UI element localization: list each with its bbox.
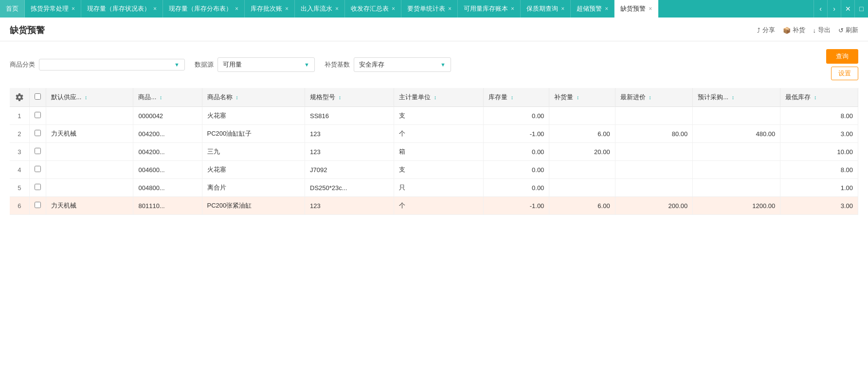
row-number-3: 3 [10,143,29,161]
tab-prev-button[interactable]: ‹ [814,0,827,18]
tab-inventory-status[interactable]: 现存量（库存状况表）× [81,0,163,18]
sort-spec-icon[interactable]: ↕ [339,94,342,100]
refresh-label: 刷新 [846,26,858,35]
row-checkbox-6[interactable] [29,197,46,215]
replenish-base-select[interactable]: 安全库存 ▼ [354,57,451,72]
tab-expiry-query[interactable]: 保质期查询× [521,0,571,18]
row-checkbox-3[interactable] [29,143,46,161]
filter-area: 商品分类 ▼ 数据源 可用量 ▼ 补货基数 安全库存 ▼ 查询 设置 [0,41,868,88]
datasource-select[interactable]: 可用量 ▼ [217,57,315,72]
table-row[interactable]: 5 004800... 离合片 DS250*23c... 只 0.00 1.00 [10,179,858,197]
select-all-checkbox[interactable] [35,93,41,100]
column-product-name: 商品名称 ↕ [202,88,305,107]
row-replenish-1 [549,107,615,125]
sort-min-stock-icon[interactable]: ↕ [814,94,817,100]
table-row[interactable]: 4 004600... 火花塞 J7092 支 0.00 8.00 [10,161,858,179]
tab-label-overstock: 超储预警 [577,4,602,13]
tab-inout-flow[interactable]: 出入库流水× [295,0,345,18]
tab-order-stats[interactable]: 要货单统计表× [401,0,458,18]
tab-label-inventory-status: 现存量（库存状况表） [87,4,150,13]
column-est-purchase: 预计采购... ↕ [693,88,780,107]
tab-close-inout-flow[interactable]: × [335,5,339,12]
replenish-button[interactable]: 📦 补货 [783,26,805,35]
refresh-button[interactable]: ↺ 刷新 [838,26,858,35]
tab-close-inventory-dist[interactable]: × [235,5,238,12]
row-checkbox-2[interactable] [29,125,46,143]
row-checkbox-5[interactable] [29,179,46,197]
tab-inventory-dist[interactable]: 现存量（库存分布表）× [163,0,245,18]
sort-product-name-icon[interactable]: ↕ [235,94,238,100]
row-est-purchase-1 [693,107,780,125]
tab-shortage[interactable]: 缺货预警× [615,0,658,18]
sort-stock-icon[interactable]: ↕ [511,94,514,100]
row-number-5: 5 [10,179,29,197]
column-checkbox[interactable] [29,88,46,107]
sort-replenish-icon[interactable]: ↕ [577,94,579,100]
row-min-stock-2: 3.00 [780,125,858,143]
tab-label-expiry-query: 保质期查询 [526,4,558,13]
row-stock-3: 0.00 [484,143,549,161]
row-product-name-3: 三九 [202,143,305,161]
table-row[interactable]: 2 力天机械 004200... PC200油缸缸子 123 个 -1.00 6… [10,125,858,143]
row-stock-4: 0.00 [484,161,549,179]
settings-button[interactable]: 设置 [831,67,858,80]
tab-close-expiry-query[interactable]: × [561,5,564,12]
export-button[interactable]: ↓ 导出 [813,26,831,35]
query-button[interactable]: 查询 [826,49,858,64]
tab-close-batch-account[interactable]: × [285,5,289,12]
tab-label-home: 首页 [6,4,18,13]
sort-est-purchase-icon[interactable]: ↕ [732,94,735,100]
row-checkbox-1[interactable] [29,107,46,125]
sort-unit-icon[interactable]: ↕ [434,94,437,100]
tab-overstock[interactable]: 超储预警× [571,0,615,18]
column-product-code: 商品... ↕ [133,88,202,107]
table-container: 默认供应... ↕ 商品... ↕ 商品名称 ↕ 规格型号 ↕ [0,88,868,215]
column-gear[interactable] [10,88,29,107]
tab-next-button[interactable]: › [827,0,841,18]
row-replenish-3: 20.00 [549,143,615,161]
tab-close-order-stats[interactable]: × [448,5,452,12]
tab-home[interactable]: 首页 [0,0,25,18]
tab-abnormal[interactable]: 拣货异常处理× [25,0,81,18]
window-close-button[interactable]: ✕ [841,0,854,18]
replenish-label: 补货 [793,26,805,35]
replenish-base-select-value: 安全库存 [359,60,384,69]
tab-receive-summary[interactable]: 收发存汇总表× [345,0,401,18]
column-product-code-label: 商品... [138,93,156,101]
row-latest-price-2: 80.00 [615,125,693,143]
tab-available-ledger[interactable]: 可用量库存账本× [458,0,521,18]
tab-close-inventory-status[interactable]: × [153,5,157,12]
tab-close-shortage[interactable]: × [649,5,652,12]
row-unit-4: 支 [394,161,484,179]
table-row[interactable]: 3 004200... 三九 123 箱 0.00 20.00 10.00 [10,143,858,161]
tab-nav-buttons: ‹ › ✕ □ [814,0,868,18]
column-unit-label: 主计量单位 [399,93,431,101]
row-replenish-2: 6.00 [549,125,615,143]
tab-close-available-ledger[interactable]: × [511,5,514,12]
sort-supplier-icon[interactable]: ↕ [85,94,88,100]
row-product-name-5: 离合片 [202,179,305,197]
tab-batch-account[interactable]: 库存批次账× [245,0,295,18]
sort-product-code-icon[interactable]: ↕ [160,94,163,100]
row-number-6: 6 [10,197,29,215]
tab-close-abnormal[interactable]: × [72,5,75,12]
category-select[interactable]: ▼ [39,59,185,70]
tab-close-receive-summary[interactable]: × [392,5,395,12]
window-maximize-button[interactable]: □ [854,0,868,18]
tab-close-overstock[interactable]: × [605,5,608,12]
sort-latest-price-icon[interactable]: ↕ [649,94,651,100]
row-checkbox-4[interactable] [29,161,46,179]
table-row[interactable]: 1 0000042 火花塞 SS816 支 0.00 8.00 [10,107,858,125]
row-min-stock-5: 1.00 [780,179,858,197]
column-replenish-label: 补货量 [554,93,573,101]
settings-icon [16,93,23,101]
tab-label-batch-account: 库存批次账 [251,4,282,13]
page-title: 缺货预警 [10,24,45,36]
table-row[interactable]: 6 力天机械 801110... PC200张紧油缸 123 个 -1.00 6… [10,197,858,215]
share-button[interactable]: ⤴ 分享 [757,26,775,35]
page-header: 缺货预警 ⤴ 分享 📦 补货 ↓ 导出 ↺ 刷新 [0,18,868,41]
main-content: 缺货预警 ⤴ 分享 📦 补货 ↓ 导出 ↺ 刷新 商品分类 [0,18,868,387]
column-supplier-label: 默认供应... [51,93,82,101]
datasource-filter-label: 数据源 [195,60,214,69]
row-spec-4: J7092 [305,161,394,179]
